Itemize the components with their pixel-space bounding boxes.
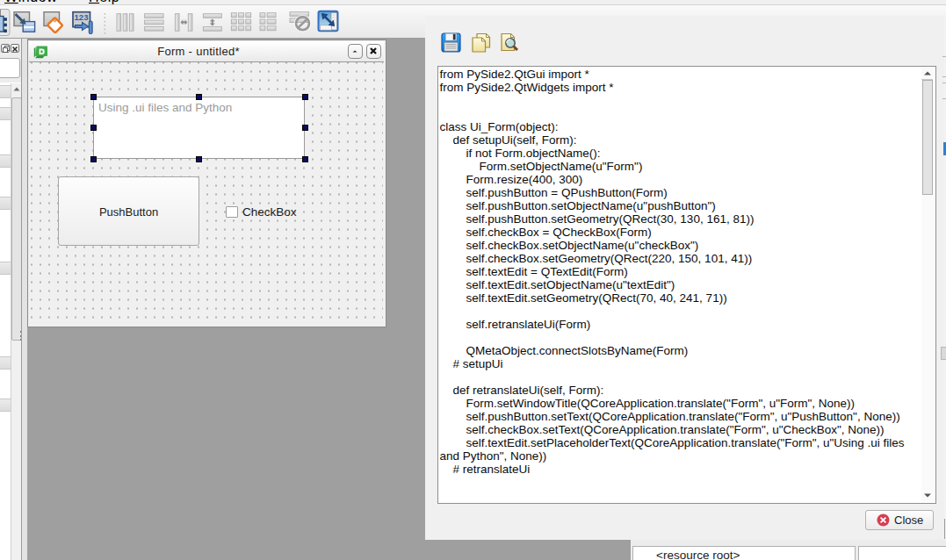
svg-text:123: 123 <box>75 12 89 22</box>
